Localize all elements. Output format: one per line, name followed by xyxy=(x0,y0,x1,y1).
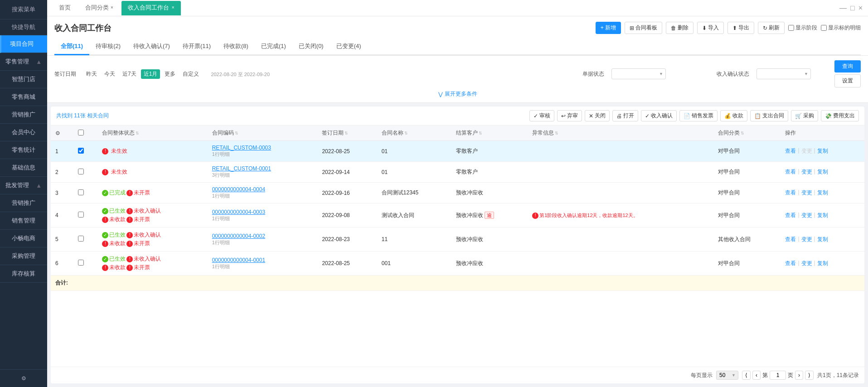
expense-btn[interactable]: 💸 费用支出 xyxy=(821,110,859,121)
row1-checkbox[interactable] xyxy=(73,141,97,162)
status-tab-pending-collection[interactable]: 待收款(8) xyxy=(217,39,255,55)
sidebar-item-wholesale[interactable]: 批发管理 ▲ xyxy=(0,177,47,194)
status-tab-completed[interactable]: 已完成(1) xyxy=(255,39,292,55)
col-customer-header[interactable]: 结算客户⇅ xyxy=(451,126,528,141)
col-code-header[interactable]: 合同编码⇅ xyxy=(208,126,318,141)
date-btn-custom[interactable]: 自定义 xyxy=(180,69,202,79)
row1-view-btn[interactable]: 查看 xyxy=(785,147,796,155)
income-confirm-status-select[interactable] xyxy=(756,68,811,79)
sidebar-item-project[interactable]: 项目合同 ◀ xyxy=(0,35,47,53)
sidebar-item-inventory[interactable]: 库存核算 xyxy=(0,265,47,283)
row1-copy-btn[interactable]: 复制 xyxy=(817,147,828,155)
sidebar-item-smart-shop[interactable]: 智慧门店 xyxy=(0,71,47,88)
row6-code[interactable]: 0000000000004-0001 1行明细 xyxy=(208,252,318,276)
next-page-btn[interactable]: › xyxy=(795,371,803,380)
sidebar-item-sales-mgmt[interactable]: 销售管理 xyxy=(0,212,47,230)
tab-contract-cat[interactable]: 合同分类 × xyxy=(79,0,120,16)
row5-view-btn[interactable]: 查看 xyxy=(785,236,796,243)
col-name-header[interactable]: 合同名称⇅ xyxy=(377,126,451,141)
row2-view-btn[interactable]: 查看 xyxy=(785,168,796,176)
prev-page-btn[interactable]: ‹ xyxy=(752,371,761,380)
sidebar-item-ecommerce[interactable]: 小畅电商 xyxy=(0,230,47,247)
tab-close-income-workbench[interactable]: × xyxy=(172,5,175,10)
row2-checkbox[interactable] xyxy=(73,162,97,183)
status-tab-pending-invoice[interactable]: 待开票(11) xyxy=(176,39,217,55)
date-btn-more[interactable]: 更多 xyxy=(162,69,178,79)
sub-contract-btn[interactable]: 📋 支出合同 xyxy=(750,110,788,121)
row4-view-btn[interactable]: 查看 xyxy=(785,212,796,219)
overdue-tag[interactable]: 逾 xyxy=(485,212,494,219)
status-tab-changed[interactable]: 已变更(4) xyxy=(330,39,368,55)
sales-invoice-btn[interactable]: 📄 销售发票 xyxy=(679,110,718,121)
date-btn-yesterday[interactable]: 昨天 xyxy=(83,69,100,79)
tab-close-contract-cat[interactable]: × xyxy=(111,5,113,10)
maximize-btn[interactable]: □ xyxy=(850,4,855,12)
status-tab-pending-review[interactable]: 待审核(2) xyxy=(89,39,127,55)
sidebar-quick-nav[interactable]: 快捷导航 xyxy=(0,19,47,35)
row6-copy-btn[interactable]: 复制 xyxy=(817,260,828,267)
refresh-button[interactable]: ↻ 刷新 xyxy=(758,22,785,34)
kanban-button[interactable]: ⊞ 合同看板 xyxy=(625,22,662,34)
col-settings-header[interactable]: ⚙ xyxy=(51,126,73,141)
row3-change-btn[interactable]: 变更 xyxy=(801,189,812,197)
row2-copy-btn[interactable]: 复制 xyxy=(817,168,828,176)
minimize-btn[interactable]: — xyxy=(839,4,847,12)
sidebar-item-sales-marketing[interactable]: 营销推广 xyxy=(0,194,47,212)
row1-change-btn[interactable]: 变更 xyxy=(801,147,812,155)
query-button[interactable]: 查询 xyxy=(834,60,861,73)
row6-change-btn[interactable]: 变更 xyxy=(801,260,812,267)
row6-checkbox[interactable] xyxy=(73,252,97,276)
row5-checkbox[interactable] xyxy=(73,227,97,252)
col-signdate-header[interactable]: 签订日期⇅ xyxy=(317,126,377,141)
first-page-btn[interactable]: ⟨ xyxy=(742,371,751,380)
sidebar-item-retail[interactable]: 零售管理 ▲ xyxy=(0,53,47,71)
sidebar-item-purchase[interactable]: 采购管理 xyxy=(0,247,47,265)
row2-code[interactable]: RETAIL_CUSTOM-0001 3行明细 xyxy=(208,162,318,183)
show-detail-checkbox[interactable]: 显示标的明细 xyxy=(821,24,861,32)
row3-copy-btn[interactable]: 复制 xyxy=(817,189,828,197)
col-checkbox-header[interactable] xyxy=(73,126,97,141)
expand-conditions-btn[interactable]: ⋁ 展开更多条件 xyxy=(438,90,477,98)
row1-code[interactable]: RETAIL_CUSTOM-0003 1行明细 xyxy=(208,141,318,162)
sidebar-settings[interactable]: ⚙ xyxy=(0,369,47,387)
import-button[interactable]: ⬇ 导入 xyxy=(697,22,724,34)
sidebar-item-basic-info[interactable]: 基础信息 xyxy=(0,159,47,177)
collection-btn[interactable]: 💰 收款 xyxy=(720,110,747,121)
window-close-btn[interactable]: × xyxy=(858,4,863,12)
status-tab-pending-income[interactable]: 待收入确认(7) xyxy=(127,39,176,55)
row4-copy-btn[interactable]: 复制 xyxy=(817,212,828,219)
income-confirm-btn[interactable]: ✓ 收入确认 xyxy=(641,110,677,121)
set-button[interactable]: 设置 xyxy=(834,74,861,87)
tab-home[interactable]: 首页 xyxy=(53,0,77,16)
row4-checkbox[interactable] xyxy=(73,203,97,227)
row5-copy-btn[interactable]: 复制 xyxy=(817,236,828,243)
row5-change-btn[interactable]: 变更 xyxy=(801,236,812,243)
purchase-btn[interactable]: 🛒 采购 xyxy=(791,110,818,121)
doc-status-select[interactable] xyxy=(611,68,666,79)
tab-income-workbench[interactable]: 收入合同工作台 × xyxy=(121,1,181,15)
sidebar-search[interactable]: 搜索菜单 xyxy=(0,0,47,19)
close-btn[interactable]: ✕ 关闭 xyxy=(585,110,610,121)
sidebar-item-marketing[interactable]: 营销推广 xyxy=(0,106,47,124)
date-btn-today[interactable]: 今天 xyxy=(102,69,118,79)
row6-view-btn[interactable]: 查看 xyxy=(785,260,796,267)
row3-checkbox[interactable] xyxy=(73,183,97,203)
page-size-select[interactable]: 10 20 50 100 xyxy=(716,371,738,380)
row2-change-btn[interactable]: 变更 xyxy=(801,168,812,176)
status-tab-closed[interactable]: 已关闭(0) xyxy=(292,39,330,55)
col-status-header[interactable]: 合同整体状态⇅ xyxy=(97,126,207,141)
print-btn[interactable]: 🖨 打开 xyxy=(612,110,638,121)
row3-code[interactable]: 0000000000004-0004 1行明细 xyxy=(208,183,318,203)
review-btn[interactable]: ✓ 审核 xyxy=(529,110,554,121)
abandon-btn[interactable]: ↩ 弃审 xyxy=(557,110,582,121)
col-error-header[interactable]: 异常信息⇅ xyxy=(528,126,713,141)
status-tab-all[interactable]: 全部(11) xyxy=(54,39,89,55)
add-button[interactable]: + 新增 xyxy=(596,22,621,34)
sidebar-item-retail-mall[interactable]: 零售商城 xyxy=(0,88,47,106)
date-btn-7days[interactable]: 近7天 xyxy=(120,69,139,79)
row4-code[interactable]: 0000000000004-0003 1行明细 xyxy=(208,203,318,227)
date-btn-1month[interactable]: 近1月 xyxy=(141,69,160,79)
last-page-btn[interactable]: ⟩ xyxy=(805,371,814,380)
row3-view-btn[interactable]: 查看 xyxy=(785,189,796,197)
sidebar-item-retail-stats[interactable]: 零售统计 xyxy=(0,141,47,159)
